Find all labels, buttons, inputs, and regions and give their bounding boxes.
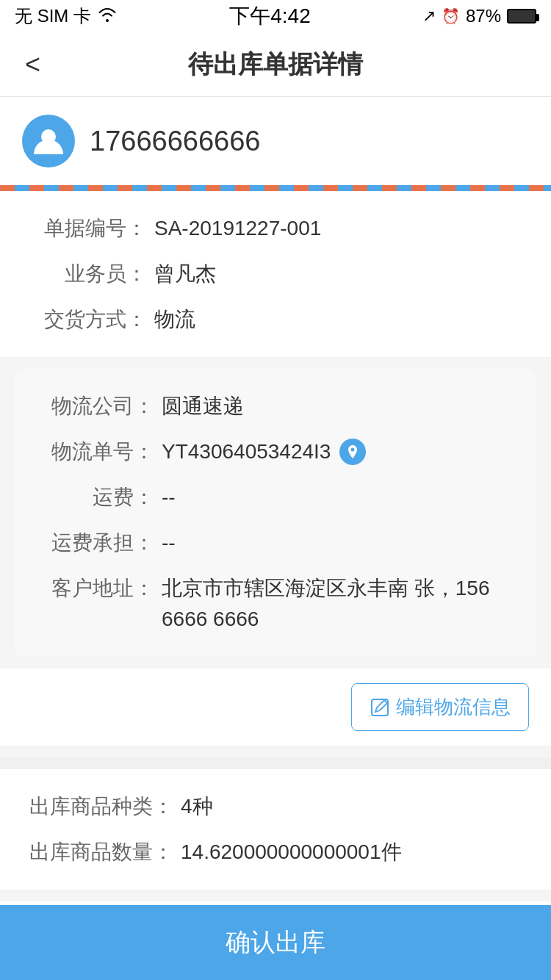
phone-header: 17666666666 [0,97,551,185]
logistics-company-row: 物流公司： 圆通速递 [37,391,514,422]
address-label: 客户地址： [37,573,154,604]
status-left: 无 SIM 卡 [15,4,118,28]
sales-person-value: 曾凡杰 [147,259,522,289]
goods-quantity-value: 14.620000000000001件 [173,837,522,868]
freight-label: 运费： [37,482,154,513]
tracking-number-row: 物流单号： YT43064053424I3 [37,436,514,467]
back-button[interactable]: < [18,42,48,87]
address-row: 客户地址： 北京市市辖区海淀区永丰南 张，156 6666 6666 [37,573,514,635]
logistics-company-label: 物流公司： [37,391,154,422]
time-display: 下午4:42 [229,2,311,30]
wifi-icon [97,6,118,26]
freight-bearer-label: 运费承担： [37,527,154,558]
page-title: 待出库单据详情 [188,48,363,82]
nav-bar: < 待出库单据详情 [0,32,551,97]
edit-btn-section: 编辑物流信息 [0,669,551,746]
basic-info-section: 单据编号： SA-20191227-001 业务员： 曾凡杰 交货方式： 物流 [0,191,551,357]
dashed-divider [0,185,551,191]
goods-section: 出库商品种类： 4种 出库商品数量： 14.620000000000001件 [0,769,551,890]
edit-logistics-button[interactable]: 编辑物流信息 [351,683,529,731]
document-number-row: 单据编号： SA-20191227-001 [29,213,522,244]
phone-number: 17666666666 [90,126,260,157]
confirm-btn-wrap: 确认出库 [0,905,551,980]
document-number-value: SA-20191227-001 [147,213,522,244]
delivery-method-label: 交货方式： [29,304,147,335]
status-right: ↗ ⏰ 87% [422,6,536,26]
goods-type-value: 4种 [173,791,522,822]
status-bar: 无 SIM 卡 下午4:42 ↗ ⏰ 87% [0,0,551,32]
delivery-method-row: 交货方式： 物流 [29,304,522,335]
sales-person-row: 业务员： 曾凡杰 [29,259,522,289]
edit-logistics-label: 编辑物流信息 [396,694,511,720]
battery-text: 87% [466,6,501,26]
goods-quantity-row: 出库商品数量： 14.620000000000001件 [29,837,522,868]
tracking-number-value: YT43064053424I3 [154,436,514,467]
tracking-location-icon[interactable] [339,439,366,465]
address-value: 北京市市辖区海淀区永丰南 张，156 6666 6666 [154,573,514,635]
alarm-icon: ⏰ [442,7,460,25]
document-number-label: 单据编号： [29,213,147,244]
freight-bearer-row: 运费承担： -- [37,527,514,558]
delivery-method-value: 物流 [147,304,522,335]
battery-icon [507,9,536,24]
avatar [22,115,75,167]
location-status-icon: ↗ [422,7,436,26]
carrier-text: 无 SIM 卡 [15,4,91,28]
main-content: 17666666666 单据编号： SA-20191227-001 业务员： 曾… [0,97,551,980]
section-divider [0,757,551,769]
goods-type-label: 出库商品种类： [29,791,173,822]
goods-quantity-label: 出库商品数量： [29,837,173,868]
freight-row: 运费： -- [37,482,514,513]
goods-type-row: 出库商品种类： 4种 [29,791,522,822]
confirm-outbound-button[interactable]: 确认出库 [226,926,325,959]
freight-bearer-value: -- [154,527,514,558]
logistics-card: 物流公司： 圆通速递 物流单号： YT43064053424I3 运费： -- … [15,369,536,657]
freight-value: -- [154,482,514,513]
tracking-number-label: 物流单号： [37,436,154,467]
logistics-company-value: 圆通速递 [154,391,514,422]
sales-person-label: 业务员： [29,259,147,289]
